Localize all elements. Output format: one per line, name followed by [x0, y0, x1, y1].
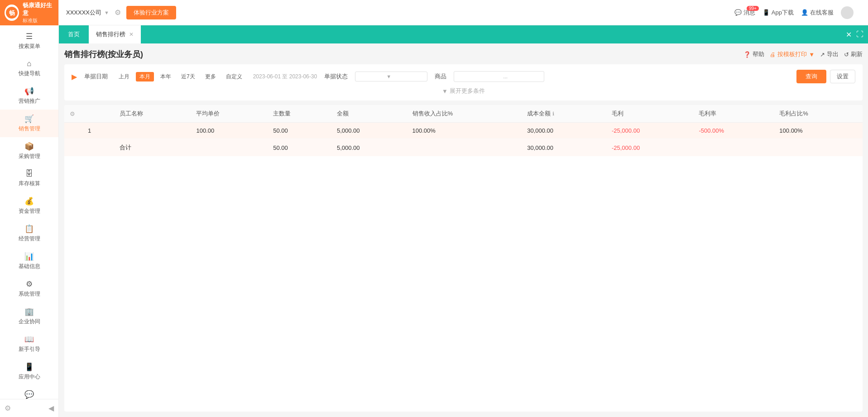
row-name: [114, 123, 191, 139]
status-select[interactable]: ▼: [355, 72, 427, 81]
app-download-button[interactable]: 📱 App下载: [762, 9, 794, 17]
sidebar-item-marketing[interactable]: 📢 营销推广: [0, 82, 58, 110]
message-button[interactable]: 💬 消息 99+: [734, 9, 755, 17]
sidebar-item-enterprise[interactable]: 🏢 企业协同: [0, 302, 58, 330]
trial-button[interactable]: 体验行业方案: [126, 6, 176, 19]
online-service-button[interactable]: 👤 在线客服: [801, 9, 834, 17]
row-settings: [64, 123, 82, 139]
date-tab-this-month[interactable]: 本月: [136, 72, 154, 81]
table-settings-icon[interactable]: ⚙: [70, 110, 75, 117]
topbar-right: 💬 消息 99+ 📱 App下载 👤 在线客服: [734, 6, 861, 19]
table-row: 1 100.00 50.00 5,000.00 100.00% 30,000.0…: [64, 123, 863, 139]
guide-icon: 📖: [24, 335, 34, 344]
base-icon: 📊: [24, 252, 34, 261]
topbar: XXXXXX公司 ▼ ⚙ 体验行业方案 💬 消息 99+ 📱 App下载 👤 在…: [59, 0, 868, 25]
tab-fullscreen-icon[interactable]: ⛶: [856, 30, 863, 38]
company-caret-icon: ▼: [104, 10, 109, 15]
date-tab-7days[interactable]: 近7天: [177, 72, 199, 81]
col-amount: 全额: [331, 105, 407, 123]
sidebar-item-guide[interactable]: 📖 新手引导: [0, 330, 58, 358]
help-icon: ❓: [743, 51, 751, 58]
expand-row: ▼ 展开更多条件: [72, 83, 855, 95]
sidebar-nav: ☰ 搜索菜单 ⌂ 快捷导航 📢 营销推广 🛒 销售管理 📦 采购管理 🗄 库存核…: [0, 25, 58, 399]
tab-close-all-icon[interactable]: ✕: [846, 30, 852, 39]
operation-icon: 📋: [24, 224, 34, 234]
sidebar-item-apps[interactable]: 📱 应用中心: [0, 358, 58, 385]
page-actions: ❓ 帮助 🖨 按模板打印 ▼ ↗ 导出 ↺ 刷新: [743, 50, 863, 58]
footer-label: 合计: [114, 139, 191, 157]
expand-more-button[interactable]: ▼ 展开更多条件: [442, 87, 485, 95]
date-tab-last-month[interactable]: 上月: [115, 72, 133, 81]
row-sales-pct: 100.00%: [407, 123, 522, 139]
row-gross: -25,000.00: [606, 123, 693, 139]
filter-collapse-icon[interactable]: ▶: [72, 72, 77, 81]
status-select-caret-icon: ▼: [386, 74, 391, 79]
table-header-row: ⚙ 员工名称 平均单价 主数量 全额 销售收入占比% 成本全额 ℹ 毛利: [64, 105, 863, 123]
footer-sales-pct: [407, 139, 522, 157]
status-label: 单据状态: [324, 72, 348, 81]
expand-icon: ▼: [442, 88, 448, 95]
date-tab-this-year[interactable]: 本年: [157, 72, 175, 81]
filter-settings-button[interactable]: 设置: [830, 70, 855, 83]
cost-info-icon[interactable]: ℹ: [552, 111, 554, 116]
company-name: XXXXXX公司: [66, 9, 101, 17]
message-badge: 99+: [747, 6, 759, 11]
print-button[interactable]: 🖨 按模板打印 ▼: [770, 50, 815, 58]
export-icon: ↗: [820, 51, 825, 58]
sidebar-item-wechat[interactable]: 💬 企业微信: [0, 385, 58, 399]
content: 销售排行榜(按业务员) ❓ 帮助 🖨 按模板打印 ▼ ↗ 导出 ↺ 刷新: [59, 43, 868, 417]
col-gross-pct: 毛利占比%: [774, 105, 863, 123]
home-icon: ⌂: [27, 59, 31, 68]
help-button[interactable]: ❓ 帮助: [743, 50, 764, 58]
sidebar-settings-btn[interactable]: ⚙: [5, 404, 11, 412]
sales-icon: 🛒: [24, 114, 34, 124]
footer-avg-price: [191, 139, 268, 157]
sidebar-item-shortcut[interactable]: ⌂ 快捷导航: [0, 55, 58, 82]
col-name: 员工名称: [114, 105, 191, 123]
print-caret-icon: ▼: [809, 51, 815, 58]
goods-label: 商品: [435, 72, 446, 81]
service-icon: 👤: [801, 9, 808, 16]
date-label: 单据日期: [84, 72, 108, 81]
sidebar-item-system[interactable]: ⚙ 系统管理: [0, 275, 58, 302]
company-select[interactable]: XXXXXX公司 ▼: [66, 9, 109, 17]
tabbar: 首页 销售排行榜 ✕ ✕ ⛶: [59, 25, 868, 43]
date-tab-custom[interactable]: 自定义: [222, 72, 246, 81]
tab-sales-ranking[interactable]: 销售排行榜 ✕: [89, 25, 141, 43]
sidebar-item-inventory[interactable]: 🗄 库存核算: [0, 165, 58, 192]
sidebar-item-search[interactable]: ☰ 搜索菜单: [0, 27, 58, 55]
enterprise-icon: 🏢: [24, 307, 34, 316]
tab-close-icon[interactable]: ✕: [129, 31, 134, 38]
date-tab-more[interactable]: 更多: [201, 72, 220, 81]
sidebar-collapse-btn[interactable]: ◀: [48, 404, 54, 412]
marketing-icon: 📢: [24, 86, 34, 96]
data-table-container: ⚙ 员工名称 平均单价 主数量 全额 销售收入占比% 成本全额 ℹ 毛利: [64, 105, 863, 412]
sidebar-item-operation[interactable]: 📋 经营管理: [0, 220, 58, 247]
sidebar: 畅 畅康通好生意 标准版 ☰ 搜索菜单 ⌂ 快捷导航 📢 营销推广 🛒 销售管理…: [0, 0, 59, 417]
goods-input[interactable]: ...: [454, 71, 544, 82]
row-avg-price: 100.00: [191, 123, 268, 139]
query-button[interactable]: 查询: [796, 70, 826, 83]
tab-home[interactable]: 首页: [59, 25, 89, 43]
sidebar-item-base[interactable]: 📊 基础信息: [0, 247, 58, 275]
inventory-icon: 🗄: [25, 169, 33, 178]
app-icon: 📱: [762, 9, 770, 16]
col-gross-rate: 毛利率: [693, 105, 774, 123]
col-settings[interactable]: ⚙: [64, 105, 82, 123]
col-gross: 毛利: [606, 105, 693, 123]
topbar-settings-icon[interactable]: ⚙: [115, 8, 121, 17]
filter-row-1: ▶ 单据日期 上月 本月 本年 近7天 更多 自定义 2023-06-01 至 …: [72, 70, 855, 83]
main-area: XXXXXX公司 ▼ ⚙ 体验行业方案 💬 消息 99+ 📱 App下载 👤 在…: [59, 0, 868, 417]
sidebar-item-purchase[interactable]: 📦 采购管理: [0, 137, 58, 165]
export-button[interactable]: ↗ 导出: [820, 50, 839, 58]
goods-more-icon[interactable]: ...: [503, 73, 508, 80]
row-cost: 30,000.00: [522, 123, 606, 139]
sidebar-item-finance[interactable]: 💰 资金管理: [0, 192, 58, 220]
page-header: 销售排行榜(按业务员) ❓ 帮助 🖨 按模板打印 ▼ ↗ 导出 ↺ 刷新: [64, 49, 863, 60]
avatar[interactable]: [841, 6, 854, 19]
refresh-button[interactable]: ↺ 刷新: [844, 50, 863, 58]
sidebar-footer: ⚙ ◀: [0, 399, 58, 417]
row-rank: 1: [82, 123, 114, 139]
footer-cost: 30,000.00: [522, 139, 606, 157]
sidebar-item-sales[interactable]: 🛒 销售管理: [0, 110, 58, 137]
